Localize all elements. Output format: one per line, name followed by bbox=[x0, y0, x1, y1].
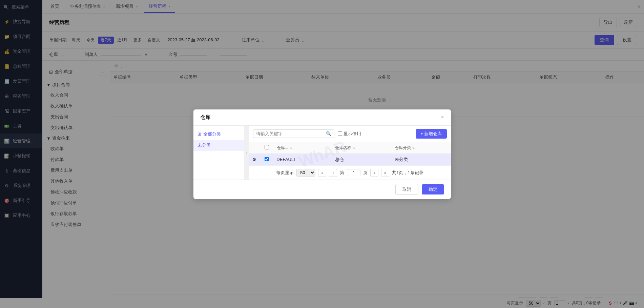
th-checkbox bbox=[261, 142, 273, 154]
modal-page-label: 第 bbox=[340, 170, 344, 176]
modal-per-page-select[interactable]: 50 100 bbox=[296, 169, 315, 177]
modal-total-info: 共1页，1条记录 bbox=[392, 170, 423, 176]
modal-table-area: 仓库... ⇅ 仓库名称 ⇅ 仓库分类 ⇅ bbox=[249, 142, 451, 166]
row-name-1: 总仓 bbox=[332, 153, 391, 165]
modal-pagination: 每页显示 50 100 « ‹ 第 页 › » 共1页，1条记录 bbox=[249, 166, 451, 180]
sort-icon-code: ⇅ bbox=[289, 146, 292, 150]
modal-left-scroll: ⊞ 全部分类 未分类 bbox=[193, 128, 244, 177]
search-icon-modal: 🔍 bbox=[326, 131, 331, 136]
modal-toolbar: 🔍 显示停用 + 新增仓库 bbox=[249, 126, 451, 142]
modal-left-item-未分类[interactable]: 未分类 bbox=[193, 140, 244, 151]
modal-next-btn[interactable]: › bbox=[370, 169, 378, 177]
row-code-1: DEFAULT bbox=[273, 153, 332, 165]
modal-last-btn[interactable]: » bbox=[381, 169, 389, 177]
show-disabled-checkbox-label[interactable]: 显示停用 bbox=[338, 131, 361, 137]
th-category-label: 仓库分类 bbox=[395, 145, 411, 150]
all-categories-label: 全部分类 bbox=[203, 131, 221, 137]
modal-right-panel: 🔍 显示停用 + 新增仓库 bbox=[249, 126, 451, 180]
modal-warehouse: WhAR 仓库 × ⊞ 全部分类 未分类 ‹ bbox=[193, 109, 451, 199]
modal-first-btn[interactable]: « bbox=[318, 169, 326, 177]
modal-page-suffix: 页 bbox=[363, 170, 368, 176]
modal-left-collapse[interactable]: ‹ bbox=[244, 126, 249, 180]
show-disabled-label: 显示停用 bbox=[344, 131, 361, 137]
grid-icon-modal: ⊞ bbox=[198, 131, 201, 137]
th-code: 仓库... ⇅ bbox=[273, 142, 332, 154]
modal-per-page-label: 每页显示 bbox=[276, 170, 294, 176]
cancel-button[interactable]: 取消 bbox=[395, 184, 418, 195]
modal-all-categories[interactable]: ⊞ 全部分类 bbox=[193, 128, 244, 140]
modal-search-input[interactable] bbox=[256, 131, 326, 136]
modal-table-body: ⚙ DEFAULT 总仓 未分类 bbox=[249, 153, 451, 165]
th-code-label: 仓库... bbox=[277, 145, 288, 150]
row-check-1[interactable] bbox=[265, 157, 269, 161]
modal-header: 仓库 × bbox=[193, 109, 451, 126]
add-warehouse-button[interactable]: + 新增仓库 bbox=[416, 129, 446, 139]
modal-table: 仓库... ⇅ 仓库名称 ⇅ 仓库分类 ⇅ bbox=[249, 142, 451, 166]
th-name: 仓库名称 ⇅ bbox=[332, 142, 391, 154]
modal-overlay: WhAR 仓库 × ⊞ 全部分类 未分类 ‹ bbox=[0, 0, 644, 308]
modal-close-button[interactable]: × bbox=[441, 114, 444, 120]
modal-page-input[interactable] bbox=[347, 169, 360, 176]
show-disabled-checkbox[interactable] bbox=[338, 131, 342, 136]
row-category-1: 未分类 bbox=[391, 153, 451, 165]
sort-icon-name: ⇅ bbox=[352, 146, 355, 150]
confirm-button[interactable]: 确定 bbox=[422, 184, 444, 194]
th-gear bbox=[249, 142, 261, 154]
modal-body: ⊞ 全部分类 未分类 ‹ 🔍 显示停用 bbox=[193, 126, 451, 180]
row-gear-1[interactable]: ⚙ bbox=[249, 153, 261, 165]
modal-select-all[interactable] bbox=[265, 145, 269, 149]
th-name-label: 仓库名称 bbox=[335, 145, 351, 150]
modal-left-panel: ⊞ 全部分类 未分类 bbox=[193, 126, 244, 180]
modal-search-box: 🔍 bbox=[253, 129, 334, 138]
modal-table-row[interactable]: ⚙ DEFAULT 总仓 未分类 bbox=[249, 153, 451, 165]
row-checkbox-1[interactable] bbox=[261, 153, 273, 165]
sort-icon-category: ⇅ bbox=[412, 146, 415, 150]
modal-title: 仓库 bbox=[200, 114, 210, 121]
modal-table-header-row: 仓库... ⇅ 仓库名称 ⇅ 仓库分类 ⇅ bbox=[249, 142, 451, 154]
modal-footer: 取消 确定 bbox=[193, 180, 451, 199]
modal-prev-btn[interactable]: ‹ bbox=[329, 169, 337, 177]
th-category: 仓库分类 ⇅ bbox=[391, 142, 451, 154]
modal-left-items: 未分类 bbox=[193, 140, 244, 151]
